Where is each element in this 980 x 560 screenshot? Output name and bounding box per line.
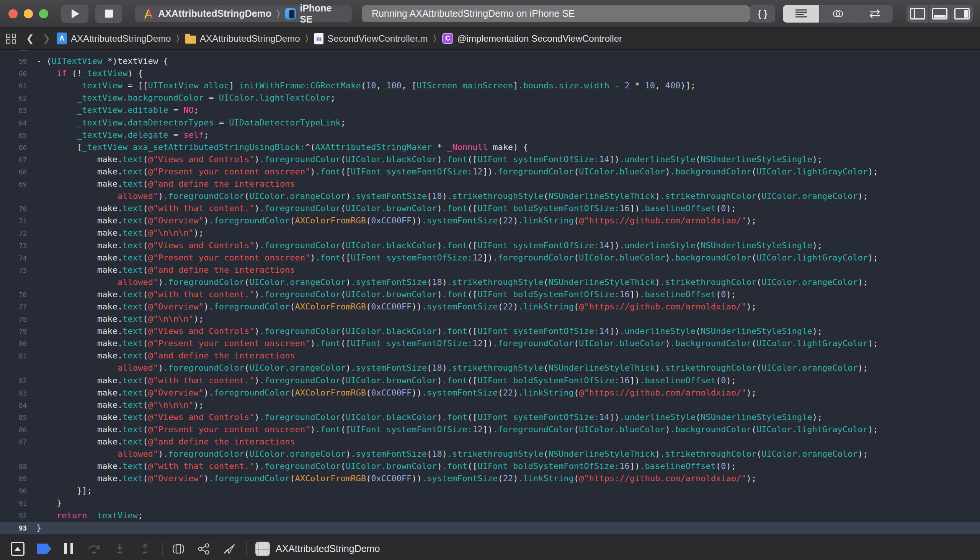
simulate-location-button[interactable] [222,543,236,555]
source-editor[interactable]: 5859- (UITextView *)textView {60 if (!_t… [0,50,980,537]
debug-area-panel-toggle[interactable] [929,5,951,23]
code-line-87[interactable]: 87 make.text(@"and define the interactio… [0,436,980,448]
line-number[interactable]: 71 [0,215,32,227]
code-line-73[interactable]: 73 make.text(@"Views and Controls").fore… [0,240,980,252]
line-number[interactable]: 90 [0,485,32,497]
code-line-81[interactable]: 81 make.text(@"and define the interactio… [0,350,980,362]
line-number[interactable]: 80 [0,338,32,350]
inspector-panel-toggle[interactable] [951,5,973,23]
zoom-window-button[interactable] [39,9,48,18]
breadcrumb-item-symbol[interactable]: C @implementation SecondViewController [442,33,622,44]
line-number[interactable]: 78 [0,313,32,325]
line-number[interactable]: 64 [0,117,32,129]
step-over-button[interactable] [87,543,102,555]
run-button[interactable] [61,5,89,23]
line-number[interactable]: 81 [0,350,32,362]
back-button[interactable]: ❮ [26,33,34,44]
code-line-wrap[interactable]: allowed").foregroundColor(UIColor.orange… [0,448,980,460]
code-line-70[interactable]: 70 make.text(@"with that content.").fore… [0,202,980,215]
line-number[interactable]: 66 [0,142,32,154]
line-number[interactable]: 92 [0,510,32,522]
breadcrumb-item-group[interactable]: AXAttributedStringDemo [185,33,300,44]
code-line-68[interactable]: 68 make.text(@"Present your content onsc… [0,166,980,178]
line-number[interactable]: 84 [0,399,32,412]
code-line-69[interactable]: 69 make.text(@"and define the interactio… [0,178,980,190]
code-line-wrap[interactable]: allowed").foregroundColor(UIColor.orange… [0,362,980,374]
close-window-button[interactable] [8,9,18,18]
line-number[interactable]: 59 [0,55,32,68]
line-number[interactable]: 93 [0,522,32,534]
step-out-button[interactable] [138,543,152,555]
memory-graph-button[interactable] [197,543,211,555]
code-line-64[interactable]: 64 _textView.dataDetectorTypes = UIDataD… [0,117,980,129]
code-line-83[interactable]: 83 make.text(@"Overview").foregroundColo… [0,387,980,399]
code-line-77[interactable]: 77 make.text(@"Overview").foregroundColo… [0,301,980,313]
line-number[interactable]: 63 [0,105,32,117]
code-line-wrap[interactable]: allowed").foregroundColor(UIColor.orange… [0,190,980,202]
code-line-wrap[interactable]: allowed").foregroundColor(UIColor.orange… [0,276,980,288]
line-number[interactable]: 62 [0,92,32,105]
line-number[interactable]: 60 [0,68,32,80]
code-line-63[interactable]: 63 _textView.editable = NO; [0,104,980,116]
line-number[interactable]: 70 [0,203,32,215]
standard-editor-button[interactable] [783,5,819,23]
breadcrumb-item-file[interactable]: m SecondViewController.m [314,33,428,44]
line-number[interactable]: 68 [0,166,32,178]
code-line-62[interactable]: 62 _textView.backgroundColor = UIColor.l… [0,92,980,104]
forward-button[interactable]: ❯ [42,33,50,44]
line-number[interactable]: 61 [0,80,32,92]
code-line-80[interactable]: 80 make.text(@"Present your content onsc… [0,337,980,350]
code-line-79[interactable]: 79 make.text(@"Views and Controls").fore… [0,325,980,337]
debug-view-hierarchy-button[interactable] [171,543,186,555]
code-line-82[interactable]: 82 make.text(@"with that content.").fore… [0,375,980,387]
line-number[interactable]: 83 [0,387,32,399]
toggle-debug-area-button[interactable] [11,542,25,556]
line-number[interactable]: 75 [0,264,32,277]
stop-button[interactable] [95,5,122,23]
line-number[interactable]: 94 [0,534,32,537]
scheme-selector[interactable]: AXAttributedStringDemo 〉 iPhone SE [135,5,352,22]
line-number[interactable]: 89 [0,473,32,485]
version-editor-button[interactable] [856,5,893,23]
line-number[interactable]: 65 [0,129,32,142]
line-number[interactable]: 69 [0,178,32,190]
code-line-93[interactable]: 93} [0,522,980,534]
line-number[interactable]: 88 [0,460,32,473]
code-line-75[interactable]: 75 make.text(@"and define the interactio… [0,264,980,276]
code-line-84[interactable]: 84 make.text(@"\n\n\n"); [0,399,980,411]
line-number[interactable]: 74 [0,252,32,264]
navigator-panel-toggle[interactable] [906,5,929,23]
code-line-88[interactable]: 88 make.text(@"with that content.").fore… [0,460,980,472]
code-line-59[interactable]: 59- (UITextView *)textView { [0,55,980,67]
code-line-58[interactable]: 58 [0,50,980,55]
line-number[interactable]: 82 [0,375,32,387]
line-number[interactable]: 72 [0,227,32,240]
step-into-button[interactable] [113,543,127,555]
code-line-94[interactable]: 94 [0,534,980,537]
line-number[interactable]: 58 [0,50,32,55]
line-number[interactable]: 86 [0,424,32,436]
breadcrumb-item-project[interactable]: A AXAttributedStringDemo [57,33,171,44]
code-line-60[interactable]: 60 if (!_textView) { [0,67,980,80]
line-number[interactable]: 76 [0,289,32,301]
assistant-editor-button[interactable] [819,5,856,23]
breakpoints-toggle-button[interactable] [37,543,51,554]
line-number[interactable]: 73 [0,240,32,252]
code-line-76[interactable]: 76 make.text(@"with that content.").fore… [0,288,980,301]
code-line-92[interactable]: 92 return _textView; [0,510,980,522]
code-line-91[interactable]: 91 } [0,497,980,509]
code-line-90[interactable]: 90 }]; [0,485,980,497]
pause-execution-button[interactable] [64,543,73,554]
line-number[interactable]: 85 [0,412,32,424]
code-line-86[interactable]: 86 make.text(@"Present your content onsc… [0,423,980,436]
line-number[interactable]: 79 [0,325,32,338]
code-line-66[interactable]: 66 [_textView axa_setAttributedStringUsi… [0,141,980,153]
line-number[interactable]: 91 [0,497,32,510]
line-number[interactable]: 67 [0,154,32,166]
code-line-72[interactable]: 72 make.text(@"\n\n\n"); [0,227,980,239]
code-line-78[interactable]: 78 make.text(@"\n\n\n"); [0,313,980,325]
code-line-61[interactable]: 61 _textView = [[UITextView alloc] initW… [0,80,980,92]
code-line-67[interactable]: 67 make.text(@"Views and Controls").fore… [0,153,980,166]
line-number[interactable]: 77 [0,301,32,313]
code-line-85[interactable]: 85 make.text(@"Views and Controls").fore… [0,411,980,423]
